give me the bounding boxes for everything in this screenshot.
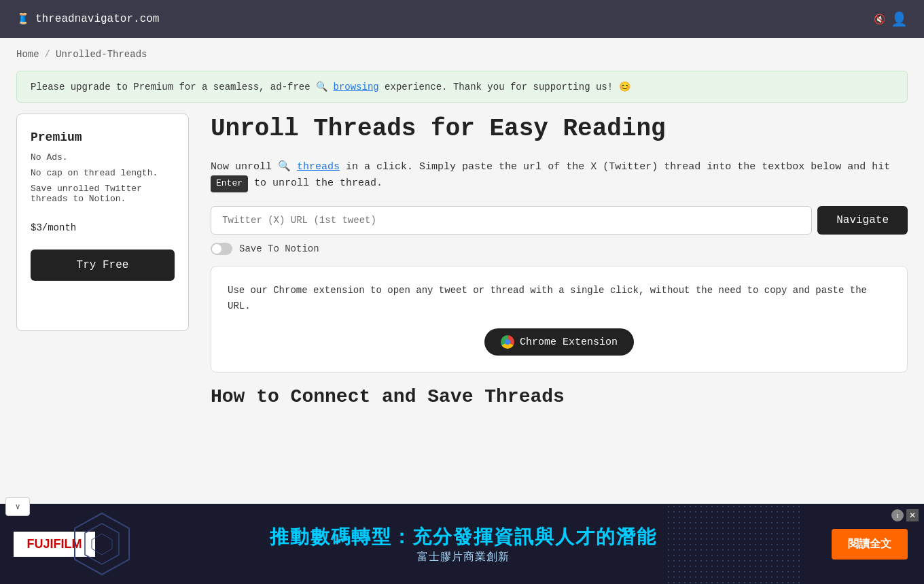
save-notion-toggle[interactable] — [211, 243, 232, 255]
upgrade-banner: Please upgrade to Premium for a seamless… — [16, 71, 908, 103]
premium-price: $3/month — [31, 215, 175, 236]
svg-marker-1 — [85, 523, 119, 564]
ad-dots-decoration — [666, 504, 802, 584]
url-input[interactable] — [211, 206, 812, 235]
chrome-ext-label: Chrome Extension — [520, 337, 618, 348]
chrome-icon — [501, 335, 514, 349]
svg-marker-2 — [92, 534, 112, 555]
navigate-button[interactable]: Navigate — [817, 206, 908, 235]
page-heading: Unroll Threads for Easy Reading — [211, 114, 908, 145]
description-text: Now unroll 🔍 threads in a click. Simply … — [211, 159, 908, 192]
header-right: 🔇 👤 — [874, 11, 908, 28]
breadcrumb-current: Unrolled-Threads — [56, 49, 147, 60]
toggle-knob — [212, 244, 221, 254]
ad-cta-button[interactable]: 閱讀全文 — [832, 529, 908, 560]
ad-inner: FUJIFILM 推動數碼轉型：充分發揮資訊與人才的潛能 富士膠片商業創新 閱讀… — [0, 504, 924, 584]
threads-icon-inline: 🔍 — [278, 161, 291, 173]
desc-part2: in a click. Simply paste the url of the … — [346, 161, 890, 173]
premium-price-period: /month — [42, 222, 76, 233]
banner-browsing-link[interactable]: browsing — [333, 82, 378, 92]
speaker-icon: 🔇 — [874, 14, 885, 25]
user-icon[interactable]: 👤 — [891, 11, 908, 28]
premium-price-amount: $3 — [31, 222, 42, 233]
desc-part3: to unroll the thread. — [254, 177, 383, 189]
banner-text-after: experience. Thank you for supporting us!… — [385, 82, 630, 92]
premium-card-title: Premium — [31, 131, 175, 144]
breadcrumb: Home / Unrolled-Threads — [0, 38, 924, 71]
main-content: Premium No Ads. No cap on thread length.… — [0, 114, 924, 407]
logo[interactable]: 🧵 threadnavigator.com — [16, 12, 159, 26]
ad-close-area: i ✕ — [891, 509, 919, 521]
logo-icon: 🧵 — [16, 12, 30, 26]
ad-close-button[interactable]: ✕ — [906, 509, 919, 521]
premium-feature-2: No cap on thread length. — [31, 168, 175, 178]
try-free-button[interactable]: Try Free — [31, 250, 175, 281]
collapse-button[interactable]: ∨ — [5, 497, 30, 516]
chevron-down-icon: ∨ — [15, 502, 20, 512]
save-notion-toggle-row: Save To Notion — [211, 243, 908, 255]
ad-info-button[interactable]: i — [891, 509, 904, 521]
section-heading: How to Connect and Save Threads — [211, 386, 908, 407]
chrome-box-text: Use our Chrome extension to open any twe… — [228, 283, 891, 315]
search-icon-inline: 🔍 — [316, 82, 327, 92]
chrome-extension-box: Use our Chrome extension to open any twe… — [211, 266, 908, 373]
chrome-extension-button[interactable]: Chrome Extension — [484, 328, 634, 356]
desc-part1: Now unroll — [211, 161, 278, 173]
svg-marker-0 — [75, 513, 129, 574]
breadcrumb-home[interactable]: Home — [16, 49, 39, 60]
banner-text-before: Please upgrade to Premium for a seamless… — [31, 82, 316, 92]
premium-card: Premium No Ads. No cap on thread length.… — [16, 114, 189, 331]
content-right: Unroll Threads for Easy Reading Now unro… — [211, 114, 908, 407]
save-notion-label: Save To Notion — [239, 243, 319, 254]
ad-title: 推動數碼轉型：充分發揮資訊與人才的潛能 — [270, 524, 657, 550]
premium-feature-3: Save unrolled Twitter threads to Notion. — [31, 184, 175, 204]
ad-hex-decoration — [61, 504, 143, 584]
breadcrumb-separator: / — [45, 49, 50, 60]
ad-banner: FUJIFILM 推動數碼轉型：充分發揮資訊與人才的潛能 富士膠片商業創新 閱讀… — [0, 504, 924, 584]
ad-subtitle: 富士膠片商業創新 — [417, 550, 510, 564]
enter-key-badge: Enter — [211, 175, 248, 192]
logo-text: threadnavigator.com — [35, 13, 159, 25]
premium-feature-1: No Ads. — [31, 152, 175, 162]
url-input-row: Navigate — [211, 206, 908, 235]
header: 🧵 threadnavigator.com 🔇 👤 — [0, 0, 924, 38]
threads-link[interactable]: threads — [297, 161, 340, 173]
